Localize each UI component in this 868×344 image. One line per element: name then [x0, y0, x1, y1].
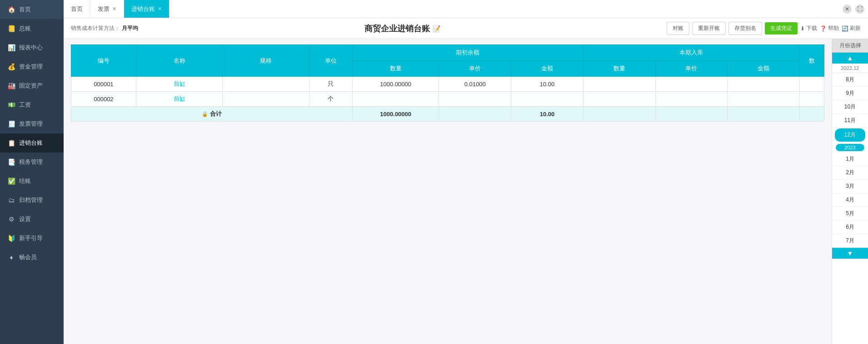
archive-icon: 🗂 — [7, 196, 15, 204]
sidebar-item-settlement[interactable]: ✅结账 — [0, 172, 64, 191]
month-item-2023-4月[interactable]: 4月 — [832, 193, 868, 207]
month-nav-down[interactable]: ▼ — [832, 248, 868, 259]
content-area: 销售成本计算方法： 月平均 商贸企业进销台账 📝 对账 重新开账 存货别名 生成… — [64, 18, 868, 344]
month-item-2023-2月[interactable]: 2月 — [832, 166, 868, 180]
edit-title-icon[interactable]: 📝 — [433, 25, 440, 32]
month-item-2023-3月[interactable]: 3月 — [832, 180, 868, 193]
tab-invoice[interactable]: 发票✕ — [90, 0, 124, 18]
save-alias-button[interactable]: 存货别名 — [728, 22, 762, 35]
cell-more — [799, 77, 824, 92]
reconcile-button[interactable]: 对账 — [667, 22, 689, 35]
cell-name[interactable]: 前缸 — [136, 92, 222, 107]
month-item-2023-6月[interactable]: 6月 — [832, 221, 868, 234]
sidebar-item-vip[interactable]: ♦畅会员 — [0, 248, 64, 267]
cell-unit: 只 — [309, 77, 352, 92]
month-item-2022-10月[interactable]: 10月 — [832, 100, 868, 114]
tab-bar: 首页发票✕进销台账✕ ✕ ⛶ — [64, 0, 868, 18]
month-item-2022-8月[interactable]: 8月 — [832, 73, 868, 87]
total-open-amount: 10.00 — [511, 107, 584, 122]
col-group-purchase: 本期入库 — [583, 45, 799, 61]
month-item-2022-9月[interactable]: 9月 — [832, 87, 868, 100]
col-more: 数 — [799, 45, 824, 77]
col-opening-price: 单价 — [439, 61, 511, 77]
total-pur-qty — [583, 107, 655, 122]
sidebar-item-invoice-mgmt[interactable]: 🧾发票管理 — [0, 114, 64, 133]
cell-code: 000001 — [71, 77, 136, 92]
cell-open-price — [439, 92, 511, 107]
purchase-sales-icon: 📋 — [7, 139, 15, 147]
tab-home[interactable]: 首页 — [64, 0, 90, 18]
cost-method: 销售成本计算方法： 月平均 — [71, 25, 138, 32]
sidebar-label-purchase-sales: 进销台账 — [19, 139, 43, 147]
table-row: 000001 前缸 只 1000.00000 0.01000 10.00 — [71, 77, 824, 92]
month-panel: 月份选择 ▲2022.128月9月10月11月12月20231月2月3月4月5月… — [832, 39, 868, 344]
sidebar-label-assets: 固定资产 — [19, 82, 43, 90]
sidebar-item-home[interactable]: 🏠首页 — [0, 0, 64, 19]
sidebar-item-purchase-sales[interactable]: 📋进销台账 — [0, 133, 64, 152]
tab-label-purchase-sales: 进销台账 — [131, 5, 155, 13]
cell-open-amount: 10.00 — [511, 77, 584, 92]
sidebar-item-archive[interactable]: 🗂归档管理 — [0, 191, 64, 210]
tax-icon: 📑 — [7, 158, 15, 166]
month-nav-up[interactable]: ▲ — [832, 53, 868, 64]
assets-icon: 🏭 — [7, 82, 15, 90]
total-pur-amount — [728, 107, 800, 122]
month-item-2023-7月[interactable]: 7月 — [832, 234, 868, 248]
sidebar-item-guide[interactable]: 🔰新手引导 — [0, 229, 64, 248]
guide-icon: 🔰 — [7, 234, 15, 242]
col-opening-qty: 数量 — [352, 61, 439, 77]
total-pur-price — [655, 107, 728, 122]
cell-pur-amount — [728, 77, 800, 92]
salary-icon: 💵 — [7, 101, 15, 109]
year-2022-label: 2022.12 — [832, 64, 868, 73]
year-2023-badge: 2023 — [836, 144, 864, 152]
minimize-button[interactable]: ✕ — [843, 5, 852, 14]
sidebar-label-home: 首页 — [19, 5, 31, 14]
tab-label-home: 首页 — [71, 5, 83, 13]
help-button[interactable]: ❓ 帮助 — [820, 25, 839, 32]
toolbar: 销售成本计算方法： 月平均 商贸企业进销台账 📝 对账 重新开账 存货别名 生成… — [64, 18, 868, 39]
sidebar-item-ledger[interactable]: 📒总账 — [0, 19, 64, 38]
sidebar-item-salary[interactable]: 💵工资 — [0, 95, 64, 114]
invoice-mgmt-icon: 🧾 — [7, 120, 15, 128]
cell-pur-qty — [583, 92, 655, 107]
month-item-2022-11月[interactable]: 11月 — [832, 114, 868, 128]
sidebar-item-finance[interactable]: 💰资金管理 — [0, 57, 64, 76]
window-controls: ✕ ⛶ — [843, 5, 868, 14]
col-purchase-qty: 数量 — [583, 61, 655, 77]
tab-purchase-sales[interactable]: 进销台账✕ — [124, 0, 170, 18]
toolbar-actions: 对账 重新开账 存货别名 生成凭证 ⬇ 下载 ❓ 帮助 🔄 刷新 — [667, 22, 861, 35]
download-button[interactable]: ⬇ 下载 — [800, 25, 817, 32]
sidebar-item-tax[interactable]: 📑税务管理 — [0, 152, 64, 172]
refresh-button[interactable]: 🔄 刷新 — [842, 25, 861, 32]
tab-close-invoice[interactable]: ✕ — [112, 6, 116, 12]
reopen-button[interactable]: 重新开账 — [692, 22, 726, 35]
maximize-button[interactable]: ⛶ — [855, 5, 864, 14]
month-panel-list: ▲2022.128月9月10月11月12月20231月2月3月4月5月6月7月▼ — [832, 53, 868, 344]
month-item-2023-5月[interactable]: 5月 — [832, 207, 868, 221]
sidebar-item-assets[interactable]: 🏭固定资产 — [0, 76, 64, 95]
col-code: 编号 — [71, 45, 136, 77]
cell-code: 000002 — [71, 92, 136, 107]
cell-unit: 个 — [309, 92, 352, 107]
cost-method-label: 销售成本计算方法： — [71, 25, 120, 32]
total-label: 🔒合计 — [71, 107, 353, 122]
sidebar-label-tax: 税务管理 — [19, 158, 43, 166]
cell-name[interactable]: 前缸 — [136, 77, 222, 92]
sidebar-label-settlement: 结账 — [19, 177, 31, 185]
cell-pur-price — [655, 92, 728, 107]
sidebar-item-settings[interactable]: ⚙设置 — [0, 210, 64, 229]
finance-icon: 💰 — [7, 63, 15, 71]
tab-close-purchase-sales[interactable]: ✕ — [158, 6, 162, 12]
cell-open-price: 0.01000 — [439, 77, 511, 92]
month-panel-header: 月份选择 — [832, 39, 868, 53]
sidebar-item-reports[interactable]: 📊报表中心 — [0, 38, 64, 57]
generate-voucher-button[interactable]: 生成凭证 — [765, 22, 798, 34]
month-item-2023-1月[interactable]: 1月 — [832, 152, 868, 166]
cell-open-qty: 1000.00000 — [352, 77, 439, 92]
cell-spec — [223, 92, 309, 107]
cell-more — [799, 92, 824, 107]
month-item-2022-12月[interactable]: 12月 — [835, 128, 865, 142]
page-title: 商贸企业进销台账 📝 — [142, 23, 663, 34]
sidebar-label-salary: 工资 — [19, 101, 31, 109]
